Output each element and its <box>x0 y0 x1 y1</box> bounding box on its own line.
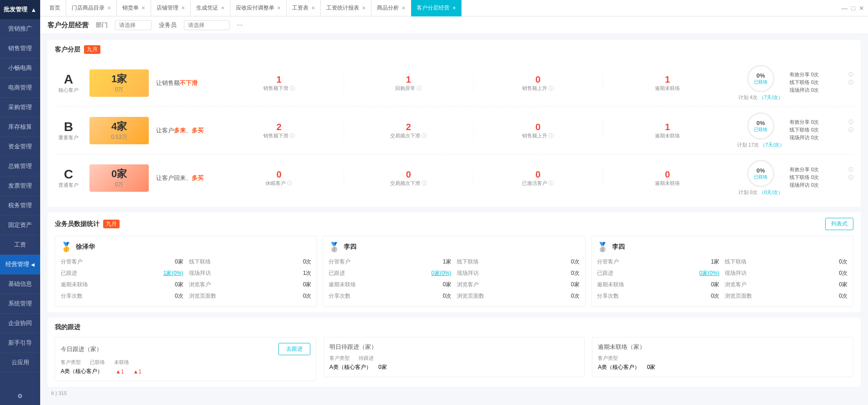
page-title: 客户分层经营 <box>47 21 89 30</box>
rep-card-1: 🥇 徐泽华 分管客户 0家 线下联络 0次 已跟进 <box>55 236 317 307</box>
tab-gen-voucher[interactable]: 生成凭证 ✕ <box>191 0 230 16</box>
tier-b-stat3[interactable]: 0 销售额上升ⓘ <box>474 122 603 139</box>
sidebar-item-qyxt[interactable]: 企业协同 <box>0 314 40 333</box>
tab-product-analysis[interactable]: 商品分析 ✕ <box>371 0 411 16</box>
tier-c-stat4[interactable]: 0 逾期未联络 <box>603 169 732 187</box>
sidebar-item-yxty[interactable]: 营销推广 <box>0 19 40 39</box>
tier-a-stat2[interactable]: 1 回购异常ⓘ <box>344 74 474 92</box>
tier-c-stat3[interactable]: 0 已激活客户ⓘ <box>474 169 603 187</box>
tab-ar-ap[interactable]: 应收应付调整单 ✕ <box>230 0 287 16</box>
rep-2-row-3: 现场拜访 0次 <box>457 268 580 278</box>
customer-tier-title: 客户分层 <box>55 46 80 54</box>
tab-customer-tier[interactable]: 客户分层经营 ✕ <box>411 0 462 16</box>
tier-b-stat4[interactable]: 1 逾期未联络 <box>603 122 732 139</box>
list-view-button[interactable]: 列表式 <box>825 218 853 230</box>
tier-c-stat2[interactable]: 0 交易频次下滑ⓘ <box>344 169 474 187</box>
sidebar-item-xtgl[interactable]: 系统管理 <box>0 294 40 314</box>
tab-close-product-analysis[interactable]: ✕ <box>402 5 405 11</box>
sidebar-item-kchx[interactable]: 库存核算 <box>0 117 40 137</box>
tier-c-right: 有效分享 0次ⓘ 线下联络 0次ⓘ 现场拜访 0次 <box>790 166 853 189</box>
sidebar-item-yyyong[interactable]: 云应用 <box>0 353 40 373</box>
tier-b-stat1[interactable]: 2 销售额下滑ⓘ <box>214 122 344 139</box>
tier-b-contact: 0% 已联络 计划 17次 （7天/次） <box>736 112 786 148</box>
tier-c-circle: 0% 已联络 <box>747 160 774 187</box>
rep-1-name: 徐泽华 <box>76 243 95 251</box>
tier-row-c: C 普通客户 0家 0万 让客户回来、多买 0 休眠客户ⓘ 0 <box>55 154 853 201</box>
tier-c-plan-link[interactable]: （0天/次） <box>759 189 783 195</box>
tier-a-stat1[interactable]: 1 销售额下滑ⓘ <box>214 74 344 92</box>
sales-select[interactable] <box>184 20 230 30</box>
sidebar-header[interactable]: 批发管理 ▲ <box>0 0 40 19</box>
sales-stats-section: 业务员数据统计 九月 列表式 🥇 徐泽华 分管客户 0家 <box>47 212 861 312</box>
tomorrow-follow-label: 明日待跟进（家） <box>329 343 579 351</box>
sidebar-item-swgl[interactable]: 税务管理 <box>0 196 40 216</box>
rep-3-row-3: 现场拜访 0次 <box>725 268 847 278</box>
tab-sales-order[interactable]: 销货单 ✕ <box>117 0 151 16</box>
rep-3-followed[interactable]: 0家(0%) <box>699 269 719 277</box>
tier-c-slogan: 让客户回来、多买 <box>156 174 211 182</box>
rep-1-row-3: 现场拜访 1次 <box>189 268 312 278</box>
overdue-a-label: A类（核心客户） <box>598 364 640 370</box>
sidebar-item-zzgl[interactable]: 总账管理 <box>0 157 40 176</box>
sidebar-item-cggl[interactable]: 采购管理 <box>0 98 40 117</box>
tab-close-store-products[interactable]: ✕ <box>107 5 111 11</box>
tier-c-plan: 计划 0次 （0天/次） <box>736 189 786 196</box>
a-tier-label: A类（核心客户） <box>61 368 103 375</box>
rep-3-row-7: 浏览页面数 0次 <box>725 291 847 301</box>
rep-1-followed[interactable]: 1家(0%) <box>163 269 183 277</box>
sidebar-item-zjgl[interactable]: 资金管理 <box>0 137 40 157</box>
tab-window-min-icon[interactable]: — <box>842 5 848 12</box>
tier-a-stat3[interactable]: 0 销售额上升ⓘ <box>474 74 603 92</box>
customer-tier-section: 客户分层 九月 A 核心客户 1家 0万 让销售额不下滑 1 <box>47 40 861 207</box>
tab-home[interactable]: 首页 <box>44 0 66 16</box>
rep-1-medal: 🥇 <box>61 242 72 252</box>
sidebar: 批发管理 ▲ 营销推广 销售管理 小畅电商 电商管理 采购管理 库存核算 资金管… <box>0 0 40 405</box>
tier-c-stat1[interactable]: 0 休眠客户ⓘ <box>214 169 344 187</box>
tab-store-products[interactable]: 门店商品目录 ✕ <box>66 0 117 16</box>
tab-close-payroll-report[interactable]: ✕ <box>362 5 366 11</box>
sidebar-item-xsyd[interactable]: 新手引导 <box>0 333 40 353</box>
tier-c-count-box[interactable]: 0家 0万 <box>89 164 149 192</box>
filter-more-icon[interactable]: ··· <box>237 21 243 29</box>
sidebar-item-fpgl[interactable]: 发票管理 <box>0 176 40 196</box>
overdue-card: 逾期未联络（家） 客户类型 A类（核心客户） 0家 <box>592 337 853 377</box>
my-follow-header: 我的跟进 <box>55 323 853 331</box>
rep-1-row-7: 浏览页面数 0次 <box>189 291 312 301</box>
tab-close-sales-order[interactable]: ✕ <box>141 5 145 11</box>
rep-2-name: 李四 <box>344 243 356 251</box>
dept-select[interactable] <box>115 20 152 30</box>
rep-2-followed[interactable]: 0家(0%) <box>431 269 451 277</box>
rep-1-header: 🥇 徐泽华 <box>61 242 311 252</box>
goto-follow-button[interactable]: 去跟进 <box>278 343 310 355</box>
tab-window-max-icon[interactable]: □ <box>852 5 855 12</box>
tab-close-store-mgmt[interactable]: ✕ <box>181 5 185 11</box>
tab-payroll[interactable]: 工资表 ✕ <box>287 0 321 16</box>
tier-b-plan-link[interactable]: （7天/次） <box>760 142 784 147</box>
tier-a-count-box[interactable]: 1家 0万 <box>89 69 149 97</box>
dept-label: 部门 <box>96 21 108 29</box>
sidebar-item-xcdsc[interactable]: 小畅电商 <box>0 58 40 78</box>
sidebar-item-dscgl[interactable]: 电商管理 <box>0 78 40 98</box>
tier-a-plan-link[interactable]: （7天/次） <box>759 95 783 100</box>
sidebar-item-xsgl[interactable]: 销售管理 <box>0 39 40 58</box>
tab-close-payroll[interactable]: ✕ <box>311 5 315 11</box>
main-area: 首页 门店商品目录 ✕ 销货单 ✕ 店铺管理 ✕ 生成凭证 ✕ 应收应付调整单 … <box>40 0 868 405</box>
tab-payroll-report[interactable]: 工资统计报表 ✕ <box>321 0 371 16</box>
sidebar-item-gz[interactable]: 工资 <box>0 235 40 255</box>
tier-b-count-box[interactable]: 4家 0.53万 <box>89 117 149 144</box>
sidebar-collapse-icon[interactable]: ▲ <box>31 6 37 13</box>
tab-window-close-icon[interactable]: ✕ <box>859 5 864 12</box>
tier-b-stat2[interactable]: 2 交易频次下滑ⓘ <box>344 122 474 139</box>
tier-a-stat4[interactable]: 1 逾期未联络 <box>603 74 732 92</box>
tab-close-gen-voucher[interactable]: ✕ <box>221 5 225 11</box>
rep-2-row-7: 浏览页面数 0次 <box>457 291 580 301</box>
rep-3-medal: 🥈 <box>597 242 608 252</box>
sidebar-item-jygl[interactable]: 经营管理 ◀ <box>0 255 40 274</box>
tab-close-customer-tier[interactable]: ✕ <box>452 5 456 11</box>
sidebar-item-gdzy[interactable]: 固定资产 <box>0 216 40 235</box>
settings-icon[interactable]: ⚙ <box>0 387 40 405</box>
sidebar-item-jcxx[interactable]: 基础信息 <box>0 274 40 294</box>
tab-close-ar-ap[interactable]: ✕ <box>277 5 281 11</box>
tier-b-right: 有效分享 0次ⓘ 线下联络 0次ⓘ 现场拜访 0次 <box>790 119 853 142</box>
tab-store-mgmt[interactable]: 店铺管理 ✕ <box>151 0 191 16</box>
